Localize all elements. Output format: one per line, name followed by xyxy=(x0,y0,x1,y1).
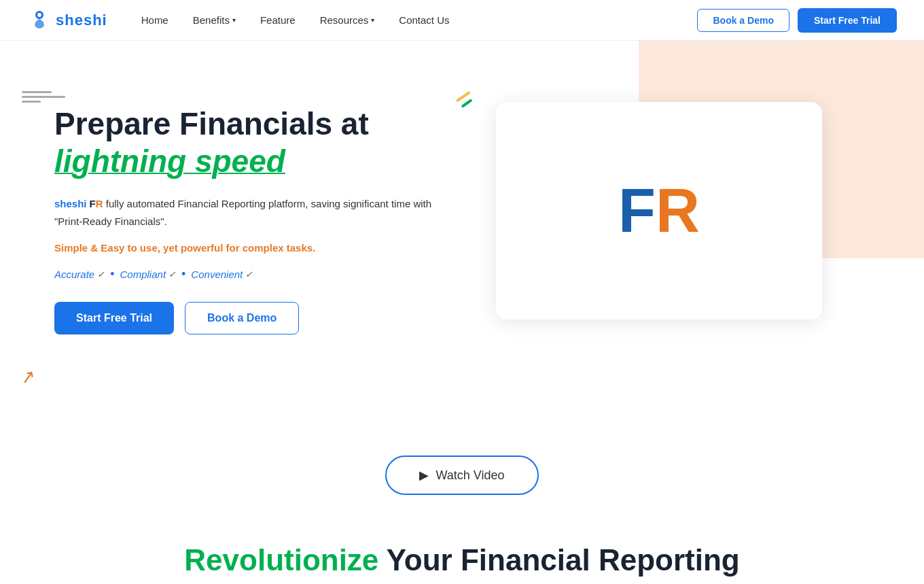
revolutionize-section: Revolutionize Your Financial Reporting S… xyxy=(0,515,924,584)
deco-lines xyxy=(22,91,402,103)
nav-item-resources[interactable]: Resources ▾ xyxy=(320,14,375,26)
nav-item-contact[interactable]: Contact Us xyxy=(399,14,449,26)
brand-inline: sheshi FR xyxy=(54,195,103,213)
logo-icon xyxy=(27,8,52,33)
card-deco-lines xyxy=(455,95,473,105)
play-icon: ▶ xyxy=(419,468,429,483)
chevron-down-icon: ▾ xyxy=(371,16,374,24)
hero-buttons: Start Free Trial Book a Demo xyxy=(54,302,435,334)
svg-point-1 xyxy=(37,13,41,17)
logo-text: sheshi xyxy=(56,12,107,29)
nav-item-benefits[interactable]: Benefits ▾ xyxy=(193,14,236,26)
hero-tagline: Simple & Easy to use, yet powerful for c… xyxy=(54,242,435,254)
hero-start-trial-button[interactable]: Start Free Trial xyxy=(54,302,174,334)
nav-cta: Book a Demo Start Free Trial xyxy=(697,8,897,33)
hero-book-demo-button[interactable]: Book a Demo xyxy=(185,302,299,334)
nav-link-feature[interactable]: Feature xyxy=(260,14,296,26)
hero-left: Prepare Financials at lightning speed sh… xyxy=(54,88,435,334)
nav-item-home[interactable]: Home xyxy=(141,14,168,26)
hero-card: FR xyxy=(496,102,822,320)
badge-convenient: Convenient✓ xyxy=(191,269,253,280)
arrow-decoration: ↗ xyxy=(18,365,37,388)
fr-logo: FR xyxy=(618,180,700,241)
deco-line-green xyxy=(461,99,472,108)
badge-dot-2: • xyxy=(181,267,185,281)
nav-link-contact[interactable]: Contact Us xyxy=(399,14,449,26)
hero-right: FR xyxy=(435,88,883,320)
logo-link[interactable]: sheshi xyxy=(27,8,107,33)
hero-badges: Accurate✓ • Compliant✓ • Convenient✓ xyxy=(54,267,435,281)
watch-video-button[interactable]: ▶ Watch Video xyxy=(385,456,538,495)
badge-compliant: Compliant✓ xyxy=(120,269,177,280)
navbar: sheshi Home Benefits ▾ Feature Resources… xyxy=(0,0,924,41)
nav-book-demo-button[interactable]: Book a Demo xyxy=(697,9,789,32)
nav-link-resources[interactable]: Resources ▾ xyxy=(320,14,375,26)
nav-item-feature[interactable]: Feature xyxy=(260,14,296,26)
nav-links: Home Benefits ▾ Feature Resources ▾ Cont… xyxy=(141,14,450,26)
hero-description: sheshi FR fully automated Financial Repo… xyxy=(54,195,435,230)
chevron-down-icon: ▾ xyxy=(232,16,236,24)
badge-accurate: Accurate✓ xyxy=(54,269,105,280)
badge-dot-1: • xyxy=(110,267,114,281)
hero-section: Prepare Financials at lightning speed sh… xyxy=(0,41,924,422)
watch-video-section: ▶ Watch Video xyxy=(0,422,924,515)
nav-link-benefits[interactable]: Benefits ▾ xyxy=(193,14,236,26)
revolutionize-title: Revolutionize Your Financial Reporting xyxy=(27,543,897,579)
nav-link-home[interactable]: Home xyxy=(141,14,168,26)
nav-start-trial-button[interactable]: Start Free Trial xyxy=(798,8,897,33)
hero-title-line1: Prepare Financials at lightning speed xyxy=(54,105,435,180)
